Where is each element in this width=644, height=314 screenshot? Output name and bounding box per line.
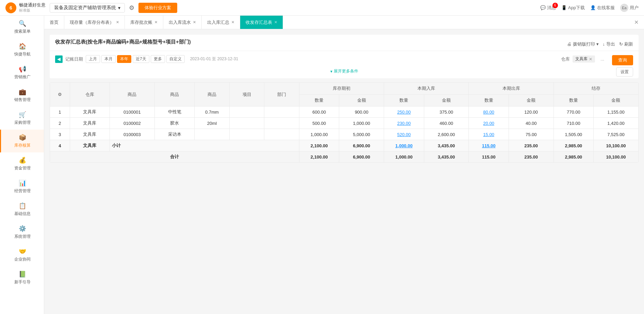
row-bal-amt: 1,420.00 bbox=[593, 118, 638, 129]
logo-sub: 标准版 bbox=[19, 8, 46, 13]
sidebar-item-basic[interactable]: 📋基础信息 bbox=[0, 198, 44, 221]
row-in-amt: 2,600.00 bbox=[424, 129, 469, 140]
tab-recv-send-summary[interactable]: 收发存汇总表✕ bbox=[240, 16, 283, 29]
total-in-amt: 3,435.00 bbox=[424, 151, 469, 163]
row-out-qty[interactable]: 15.00 bbox=[469, 129, 509, 140]
sidebar-item-sales[interactable]: 💼销售管理 bbox=[0, 84, 44, 107]
subtotal-num: 4 bbox=[50, 140, 70, 151]
row-out-qty[interactable]: 20.00 bbox=[469, 118, 509, 129]
total-out-qty: 115.00 bbox=[469, 151, 509, 163]
sidebar-item-system[interactable]: ⚙️系统管理 bbox=[0, 221, 44, 244]
tab-batch-account[interactable]: 库存批次账✕ bbox=[125, 16, 163, 29]
table-settings-button[interactable]: 设置 bbox=[616, 67, 633, 77]
row-code: 0100001 bbox=[110, 106, 154, 118]
th-in-period: 本期入库 bbox=[384, 83, 469, 95]
subtotal-in-qty[interactable]: 1,000.00 bbox=[384, 140, 424, 151]
row-out-qty[interactable]: 80.00 bbox=[469, 106, 509, 118]
print-button[interactable]: 🖨 拨销版打印 ▾ bbox=[567, 41, 599, 47]
this-year-btn[interactable]: 本年 bbox=[117, 55, 131, 63]
row-out-amt: 40.00 bbox=[509, 118, 554, 129]
last-7-days-btn[interactable]: 近7天 bbox=[133, 55, 149, 63]
tab-close-batch-account[interactable]: ✕ bbox=[154, 20, 158, 24]
row-num: 1 bbox=[50, 106, 70, 118]
tab-bar-close-btn[interactable]: ✕ bbox=[629, 19, 644, 26]
row-warehouse: 文具库 bbox=[70, 118, 110, 129]
sidebar-item-inventory[interactable]: 📦库存核算 bbox=[0, 130, 44, 152]
toggle-arrow-btn[interactable]: ◀ bbox=[55, 55, 63, 63]
summary-table: ⚙ 仓库 商品 商品 商品 项目 部门 库存期初 本期入库 本期出库 bbox=[50, 82, 639, 163]
user-item[interactable]: Ea 用户 bbox=[620, 4, 639, 12]
row-spec: 0.7mm bbox=[195, 106, 230, 118]
sidebar-item-search-menu[interactable]: 🔍搜索菜单 bbox=[0, 16, 44, 38]
warehouse-more[interactable]: ... bbox=[598, 56, 607, 62]
this-month-btn[interactable]: 本月 bbox=[101, 55, 116, 63]
warehouse-tag: 文具库 ✕ bbox=[573, 55, 595, 63]
row-in-qty[interactable]: 520.00 bbox=[384, 129, 424, 140]
th-in-qty: 数量 bbox=[384, 95, 424, 106]
tab-stock-dist[interactable]: 现存量（库存分布表）✕ bbox=[64, 16, 125, 29]
row-dept bbox=[264, 129, 299, 140]
row-in-qty[interactable]: 250.00 bbox=[384, 106, 424, 118]
row-bal-qty: 710.00 bbox=[554, 118, 593, 129]
tab-close-recv-send-summary[interactable]: ✕ bbox=[274, 20, 277, 24]
th-open-amt: 金额 bbox=[339, 95, 384, 106]
row-out-amt: 75.00 bbox=[509, 129, 554, 140]
subtotal-out-qty[interactable]: 115.00 bbox=[469, 140, 509, 151]
warehouse-tag-close[interactable]: ✕ bbox=[589, 57, 592, 62]
tab-home[interactable]: 首页 bbox=[44, 16, 64, 29]
content-area: 首页现存量（库存分布表）✕库存批次账✕出入库流水✕出入库汇总✕收发存汇总表✕✕ … bbox=[44, 16, 644, 314]
tab-in-out-summary[interactable]: 出入库汇总✕ bbox=[202, 16, 240, 29]
row-out-amt: 120.00 bbox=[509, 106, 554, 118]
sidebar-item-operation[interactable]: 📊经营管理 bbox=[0, 175, 44, 198]
tab-in-out-flow[interactable]: 出入库流水✕ bbox=[163, 16, 202, 29]
message-item[interactable]: 💬 消息 6 bbox=[540, 5, 556, 11]
sidebar-icon-basic: 📋 bbox=[19, 202, 26, 210]
logo-area: 6 畅捷通好生意 标准版 bbox=[5, 2, 46, 13]
sidebar-item-finance[interactable]: 💰资金管理 bbox=[0, 152, 44, 175]
th-open-stock: 库存期初 bbox=[299, 83, 384, 95]
sidebar: 🔍搜索菜单🏠快捷导航📢营销推广💼销售管理🛒采购管理📦库存核算💰资金管理📊经营管理… bbox=[0, 16, 44, 314]
export-button[interactable]: ↓ 导出 bbox=[603, 41, 615, 47]
sidebar-item-collab[interactable]: 🤝企业协同 bbox=[0, 244, 44, 266]
tab-label-home: 首页 bbox=[50, 19, 59, 26]
sidebar-item-marketing[interactable]: 📢营销推广 bbox=[0, 61, 44, 84]
tab-label-recv-send-summary: 收发存汇总表 bbox=[246, 19, 272, 26]
last-month-btn[interactable]: 上月 bbox=[86, 55, 100, 63]
page-actions: 🖨 拨销版打印 ▾ ↓ 导出 ↻ 刷新 bbox=[567, 41, 633, 47]
refresh-button[interactable]: ↻ 刷新 bbox=[619, 41, 633, 47]
th-in-amt: 金额 bbox=[424, 95, 469, 106]
sidebar-label-sales: 销售管理 bbox=[14, 97, 31, 103]
top-bar: 6 畅捷通好生意 标准版 装备及固定资产辅助管理系统 ▾ ⚙ 体验行业方案 💬 … bbox=[0, 0, 644, 16]
expand-conditions-btn[interactable]: ▾ 展开更多条件 bbox=[330, 68, 358, 74]
row-open-amt: 1,000.00 bbox=[339, 118, 384, 129]
subtotal-open-qty: 2,100.00 bbox=[299, 140, 339, 151]
row-in-qty[interactable]: 230.00 bbox=[384, 118, 424, 129]
custom-btn[interactable]: 自定义 bbox=[166, 55, 185, 63]
tab-close-in-out-flow[interactable]: ✕ bbox=[193, 20, 196, 24]
page-header: 收发存汇总表(按仓库+商品编码+商品+规格型号+项目+部门) 🖨 拨销版打印 ▾… bbox=[50, 35, 639, 51]
tab-close-in-out-summary[interactable]: ✕ bbox=[231, 20, 234, 24]
sidebar-label-operation: 经营管理 bbox=[14, 188, 31, 194]
date-range-display: 2023-01-01 至 2023-12-31 bbox=[190, 56, 238, 62]
query-button[interactable]: 查询 bbox=[612, 55, 633, 65]
th-settings[interactable]: ⚙ bbox=[50, 83, 70, 106]
trial-button[interactable]: 体验行业方案 bbox=[138, 3, 177, 13]
table-settings-icon: ⚙ bbox=[58, 92, 62, 97]
system-title[interactable]: 装备及固定资产辅助管理系统 ▾ bbox=[50, 3, 125, 13]
sidebar-item-purchase[interactable]: 🛒采购管理 bbox=[0, 107, 44, 130]
sidebar-label-finance: 资金管理 bbox=[14, 165, 31, 171]
app-download-item[interactable]: 📱 App下载 bbox=[561, 5, 585, 11]
total-label: 合计 bbox=[50, 151, 299, 163]
date-filter-group: ◀ 记账日期 上月 本月 本年 近7天 更多 自定义 2023-01-01 至 … bbox=[55, 55, 556, 63]
sidebar-item-guide[interactable]: 📗新手引导 bbox=[0, 266, 44, 289]
sidebar-item-quick-nav[interactable]: 🏠快捷导航 bbox=[0, 38, 44, 61]
message-icon: 💬 bbox=[540, 5, 546, 10]
th-open-qty: 数量 bbox=[299, 95, 339, 106]
row-name: 胶水 bbox=[154, 118, 194, 129]
gear-icon[interactable]: ⚙ bbox=[129, 4, 134, 12]
more-btn[interactable]: 更多 bbox=[151, 55, 165, 63]
sidebar-icon-finance: 💰 bbox=[19, 156, 26, 164]
tab-close-stock-dist[interactable]: ✕ bbox=[116, 20, 119, 24]
row-code: 0100003 bbox=[110, 129, 154, 140]
online-service-item[interactable]: 👤 在线客服 bbox=[590, 5, 615, 11]
